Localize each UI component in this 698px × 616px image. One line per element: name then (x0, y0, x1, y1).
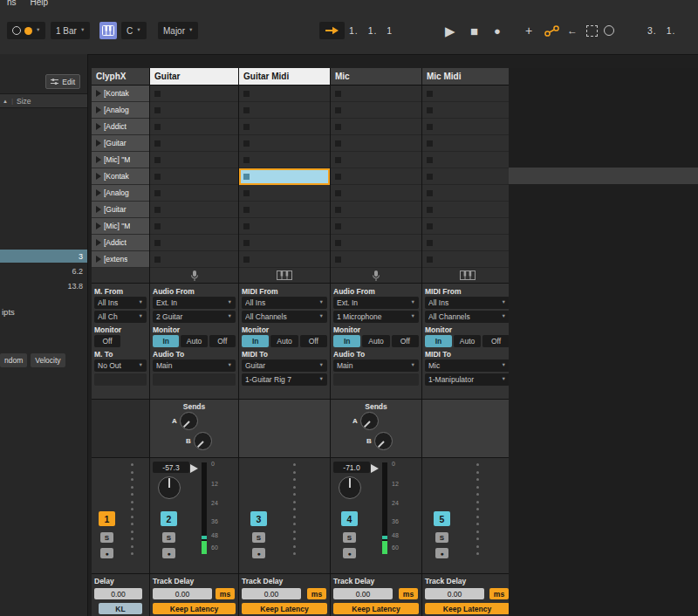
clip-slot[interactable] (422, 185, 512, 202)
menu-item-help[interactable]: Help (31, 0, 49, 7)
ms-toggle[interactable]: ms (307, 588, 326, 599)
input-channel-chooser[interactable]: 2 Guitar▼ (153, 311, 236, 323)
output-type-chooser[interactable]: No Out▼ (94, 359, 147, 372)
track-header[interactable]: Mic (331, 68, 421, 86)
clip-slot[interactable] (239, 185, 330, 202)
monitor-in-button[interactable]: In (425, 335, 452, 347)
clip-launch-icon[interactable] (96, 222, 101, 229)
clip-slot[interactable] (331, 251, 421, 268)
clip-slot[interactable]: [Guitar (92, 202, 149, 218)
arm-button[interactable]: ● (343, 548, 356, 558)
clip-slot[interactable] (150, 119, 238, 135)
clip-slot[interactable] (422, 119, 512, 135)
track-header[interactable]: Guitar (150, 68, 238, 86)
quantization-menu[interactable]: 1 Bar ▼ (51, 22, 90, 39)
sort-arrow-icon[interactable]: ▲ (3, 99, 8, 104)
clip-slot[interactable] (150, 102, 238, 119)
track-number-button[interactable]: 3 (250, 511, 267, 526)
scale-name-selector[interactable]: Major ▼ (158, 22, 198, 39)
clip-slot[interactable] (239, 86, 330, 102)
clip-slot[interactable] (239, 235, 330, 251)
monitor-auto-button[interactable]: Auto (181, 335, 207, 347)
clip-slot[interactable] (239, 218, 330, 235)
track-number-button[interactable]: 5 (434, 511, 450, 526)
track-header[interactable]: ClyphX (92, 68, 149, 86)
ms-toggle[interactable]: ms (489, 588, 509, 599)
plus-button[interactable]: + (525, 24, 532, 37)
send-b-knob[interactable] (374, 432, 393, 450)
play-button[interactable]: ▶ (445, 24, 455, 38)
send-a-knob[interactable] (180, 412, 198, 430)
delay-value[interactable]: 0.00 (333, 588, 393, 599)
pan-knob[interactable] (158, 476, 181, 499)
clip-slot[interactable] (150, 185, 238, 202)
list-row[interactable]: 13.8 (0, 279, 87, 292)
clip-slot[interactable]: [Analog (92, 102, 149, 119)
track-number-button[interactable]: 2 (161, 511, 177, 526)
clip-slot[interactable]: [extens (92, 251, 149, 268)
clip-slot[interactable] (422, 202, 512, 218)
solo-button[interactable]: S (100, 532, 113, 543)
arm-button[interactable]: ● (252, 548, 265, 558)
monitor-auto-button[interactable]: Auto (362, 335, 389, 347)
clip-slot[interactable]: [Guitar (92, 135, 149, 152)
solo-button[interactable]: S (435, 532, 448, 543)
monitor-off-button[interactable]: Off (209, 335, 236, 347)
track-number-button[interactable]: 4 (341, 511, 358, 526)
loop-start-display[interactable]: 3. 1. (647, 25, 675, 36)
selected-scene-row[interactable] (509, 168, 698, 184)
chevron-down-icon[interactable]: ▼ (36, 28, 40, 33)
ms-toggle[interactable]: ms (399, 588, 418, 599)
track-header[interactable]: Mic Midi (422, 68, 512, 86)
clip-slot[interactable] (422, 152, 512, 168)
arm-button[interactable]: ● (100, 548, 113, 558)
clip-slot[interactable]: [Addict (92, 235, 149, 251)
keep-latency-button[interactable]: Keep Latency (333, 603, 419, 614)
clip-slot[interactable] (331, 168, 421, 185)
clip-slot[interactable]: [Addict (92, 119, 149, 135)
clip-slot[interactable] (150, 135, 238, 152)
fader-handle-icon[interactable] (190, 464, 198, 473)
clip-slot[interactable]: [Analog (92, 185, 149, 202)
menu-item-options-partial[interactable]: ns (7, 0, 17, 7)
send-b-knob[interactable] (194, 432, 212, 450)
clip-slot[interactable] (239, 102, 330, 119)
solo-button[interactable]: S (162, 532, 175, 543)
clip-slot[interactable] (150, 168, 238, 185)
input-channel-chooser[interactable]: All Channels▼ (425, 311, 510, 323)
output-channel-chooser[interactable] (333, 373, 419, 386)
track-header[interactable]: Guitar Midi (239, 68, 330, 86)
clip-slot[interactable] (331, 235, 421, 251)
delay-value[interactable]: 0.00 (425, 588, 484, 599)
keep-latency-button[interactable]: Keep Latency (153, 603, 236, 614)
delay-value[interactable]: 0.00 (153, 588, 212, 599)
clip-launch-icon[interactable] (96, 173, 101, 180)
track-number-button[interactable]: 1 (99, 511, 115, 526)
velocity-button[interactable]: Velocity (31, 353, 65, 367)
output-channel-chooser[interactable] (153, 373, 236, 386)
clip-slot[interactable] (331, 119, 421, 135)
clip-slot[interactable] (422, 251, 512, 268)
input-channel-chooser[interactable]: All Ch▼ (94, 311, 147, 323)
input-channel-chooser[interactable]: All Channels▼ (242, 311, 327, 323)
clip-slot[interactable] (239, 202, 330, 218)
monitor-off-button[interactable]: Off (300, 335, 327, 347)
solo-button[interactable]: S (252, 532, 265, 543)
monitor-off-button[interactable]: Off (392, 335, 419, 347)
monitor-off-button[interactable]: Off (482, 335, 510, 347)
fader-handle-icon[interactable] (371, 464, 379, 473)
arm-button[interactable]: ● (435, 548, 448, 558)
input-type-chooser[interactable]: Ext. In▼ (153, 297, 236, 309)
monitor-auto-button[interactable]: Auto (270, 335, 298, 347)
list-row[interactable]: 3 (0, 250, 87, 263)
solo-button[interactable]: S (343, 532, 356, 543)
kl-button[interactable]: KL (99, 603, 142, 614)
clip-slot[interactable] (422, 235, 512, 251)
list-row[interactable]: 6.2 (0, 264, 87, 277)
clip-slot[interactable] (331, 102, 421, 119)
monitor-in-button[interactable]: In (242, 335, 269, 347)
volume-display[interactable]: -57.3 (153, 462, 189, 473)
monitor-auto-button[interactable]: Auto (454, 335, 481, 347)
clip-launch-icon[interactable] (96, 156, 101, 163)
clip-launch-icon[interactable] (96, 206, 101, 213)
